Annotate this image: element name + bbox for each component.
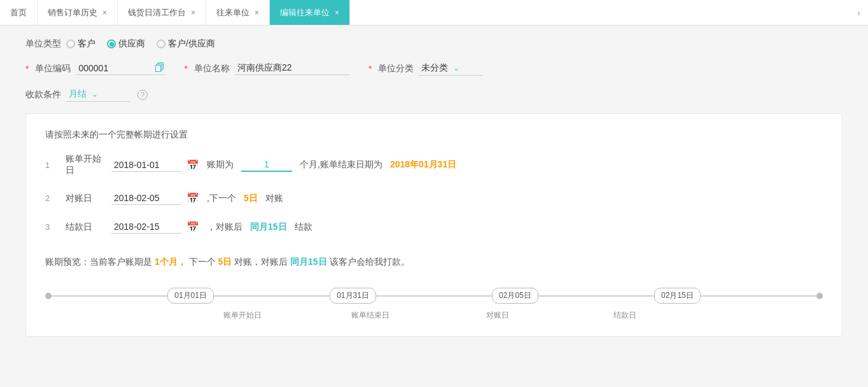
tab-edit-partner[interactable]: 编辑往来单位 × <box>270 0 350 25</box>
radio-supplier[interactable]: 供应商 <box>107 38 145 50</box>
tl-pill-0: 01月01日 <box>167 288 214 304</box>
row-label-2: 对账日 <box>66 193 104 204</box>
tl-seg-1 <box>214 295 330 297</box>
row-num-1: 1 <box>45 160 58 170</box>
row-num-2: 2 <box>45 194 58 203</box>
tl-seg-2 <box>376 295 492 297</box>
unit-category-select[interactable]: 未分类 ⌄ <box>419 61 482 76</box>
row1-highlight: 2018年01月31日 <box>390 159 456 171</box>
payment-terms-field: 收款条件 月结 ⌄ ? <box>25 87 148 102</box>
preview-middle2: 对账，对账后 <box>234 257 288 267</box>
row2-prefix: ,下一个 <box>207 193 236 204</box>
unit-code-required: * <box>25 64 29 74</box>
unit-category-label: 单位分类 <box>378 63 414 74</box>
preview-highlight3: 同月15日 <box>290 257 327 267</box>
main-content: 单位类型 客户 供应商 客户/供应商 * 单位编码 <box>0 25 868 387</box>
radio-both[interactable]: 客户/供应商 <box>157 38 215 50</box>
row-label-1: 账单开始日 <box>66 153 104 176</box>
row1-suffix-after: 个月,账单结束日期为 <box>300 159 382 171</box>
payment-terms-label: 收款条件 <box>25 89 61 101</box>
radio-supplier-circle <box>107 39 116 48</box>
preview-highlight2: 5日 <box>218 257 232 267</box>
unit-type-field: 单位类型 客户 供应商 客户/供应商 <box>25 38 215 50</box>
payment-terms-select[interactable]: 月结 ⌄ <box>66 87 130 102</box>
tab-partner[interactable]: 往来单位 × <box>206 0 270 25</box>
tl-label-1: 账单结束日 <box>351 310 389 321</box>
tl-label-0: 账单开始日 <box>223 310 262 321</box>
tl-node-0: 01月01日 <box>167 288 214 304</box>
unit-name-field: * 单位名称 <box>184 62 349 75</box>
row3-highlight: 同月15日 <box>250 222 287 233</box>
radio-customer[interactable]: 客户 <box>66 38 95 50</box>
unit-type-label: 单位类型 <box>25 38 61 50</box>
unit-info-row: * 单位编码 🗍 * 单位名称 * 单位分类 未分类 ⌄ <box>25 61 843 76</box>
unit-name-required: * <box>184 64 187 74</box>
date-field-1: 📅 <box>111 158 199 172</box>
payment-terms-row: 收款条件 月结 ⌄ ? <box>25 87 843 102</box>
tl-node-1: 01月31日 <box>330 288 376 304</box>
row2-highlight: 5日 <box>244 193 258 204</box>
tab-sales-history[interactable]: 销售订单历史 × <box>38 0 118 25</box>
unit-category-required: * <box>368 64 372 74</box>
tab-edit-partner-close[interactable]: × <box>335 8 339 17</box>
timeline-row: 01月01日 01月31日 02月05日 02月15日 <box>45 288 823 304</box>
preview-prefix: 账期预览：当前客户账期是 <box>45 257 152 267</box>
timeline-labels: 账单开始日 账单结束日 对账日 结款日 <box>45 306 823 321</box>
unit-name-label: 单位名称 <box>194 63 230 74</box>
unit-type-radio-group: 客户 供应商 客户/供应商 <box>66 38 215 50</box>
tabs-bar: 首页 销售订单历史 × 钱货日清工作台 × 往来单位 × 编辑往来单位 × › <box>0 0 868 25</box>
setting-row-1: 1 账单开始日 📅 账期为 个月,账单结束日期为 2018年01月31日 <box>45 153 823 176</box>
row-num-3: 3 <box>45 222 58 232</box>
tab-cashier-close[interactable]: × <box>191 8 195 17</box>
unit-code-field: * 单位编码 🗍 <box>25 62 165 75</box>
tl-start-cap <box>45 293 52 299</box>
payment-terms-help-icon[interactable]: ? <box>137 90 148 100</box>
unit-code-label: 单位编码 <box>35 63 71 74</box>
preview-suffix: 该客户会给我打款。 <box>330 257 410 267</box>
tl-end-cap <box>816 293 823 299</box>
row3-suffix: 结款 <box>295 222 312 233</box>
radio-supplier-label: 供应商 <box>118 38 145 50</box>
period-input[interactable] <box>241 158 292 172</box>
start-date-input[interactable] <box>111 158 181 172</box>
tl-node-2: 02月05日 <box>492 288 538 304</box>
date-field-3: 📅 <box>111 220 199 234</box>
tl-label-3: 结款日 <box>613 310 636 321</box>
unit-category-field: * 单位分类 未分类 ⌄ <box>368 61 482 76</box>
start-date-cal-icon[interactable]: 📅 <box>186 159 199 171</box>
row3-prefix: ，对账后 <box>207 222 242 233</box>
unit-name-input[interactable] <box>235 62 349 75</box>
setting-row-3: 3 结款日 📅 ，对账后 同月15日 结款 <box>45 220 823 234</box>
payment-date-cal-icon[interactable]: 📅 <box>186 221 199 233</box>
row-label-3: 结款日 <box>66 222 104 233</box>
unit-code-input[interactable] <box>76 62 152 74</box>
payment-date-input[interactable] <box>111 220 181 234</box>
tl-seg-0 <box>52 295 167 297</box>
tl-label-2: 对账日 <box>486 310 509 321</box>
unit-code-input-wrap: 🗍 <box>76 62 165 75</box>
payment-terms-arrow: ⌄ <box>92 90 98 99</box>
preview-section: 账期预览：当前客户账期是 1个月， 下一个 5日 对账，对账后 同月15日 该客… <box>45 249 823 275</box>
tl-node-3: 02月15日 <box>654 288 701 304</box>
unit-category-arrow: ⌄ <box>453 64 459 73</box>
row2-suffix: 对账 <box>265 193 283 204</box>
unit-type-row: 单位类型 客户 供应商 客户/供应商 <box>25 38 843 50</box>
tab-home[interactable]: 首页 <box>0 0 38 25</box>
recon-date-input[interactable] <box>111 192 181 205</box>
radio-both-circle <box>157 39 165 48</box>
card-title: 请按照未来的一个完整帐期进行设置 <box>45 129 823 141</box>
tab-partner-close[interactable]: × <box>255 8 259 17</box>
tab-sales-history-label: 销售订单历史 <box>48 7 97 18</box>
settings-card: 请按照未来的一个完整帐期进行设置 1 账单开始日 📅 账期为 个月,账单结束日期… <box>25 113 843 337</box>
recon-date-cal-icon[interactable]: 📅 <box>186 192 199 204</box>
unit-category-value: 未分类 <box>421 62 448 74</box>
payment-terms-value: 月结 <box>69 88 87 100</box>
radio-both-label: 客户/供应商 <box>168 38 215 50</box>
radio-customer-label: 客户 <box>78 38 95 50</box>
tab-more-button[interactable]: › <box>850 0 868 25</box>
setting-row-2: 2 对账日 📅 ,下一个 5日 对账 <box>45 192 823 205</box>
unit-code-copy-icon[interactable]: 🗍 <box>155 62 165 74</box>
tab-cashier[interactable]: 钱货日清工作台 × <box>118 0 206 25</box>
tab-sales-history-close[interactable]: × <box>102 8 107 17</box>
row1-suffix-before: 账期为 <box>207 159 234 171</box>
